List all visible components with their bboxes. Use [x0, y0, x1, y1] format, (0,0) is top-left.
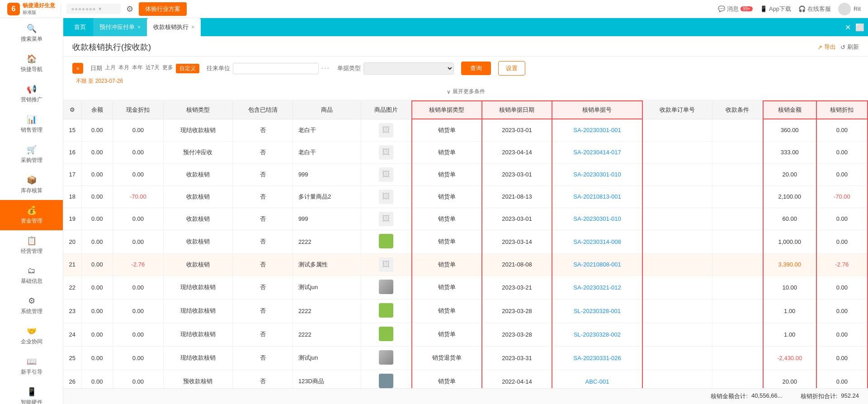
cell-receipt-terms: [712, 230, 763, 253]
col-goods-img: 商品图片: [361, 101, 411, 119]
cell-receipt-terms: [712, 299, 763, 323]
table-row: 25 0.00 0.00 现结收款核销 否 测试jun 销货退货单 2023-0…: [63, 346, 868, 370]
filter-toggle-btn[interactable]: »: [72, 63, 83, 74]
cell-goods-img: [361, 299, 411, 323]
more-link[interactable]: 更多: [162, 64, 173, 73]
doc-no-link[interactable]: SA-20230321-012: [573, 284, 621, 291]
refresh-label: 刷新: [847, 43, 859, 51]
cell-cash-discount: 0.00: [113, 323, 164, 346]
doc-no-link[interactable]: ABC-001: [585, 378, 609, 385]
counterpart-dots[interactable]: ···: [321, 64, 330, 72]
sidebar-item-system[interactable]: ⚙ 系统管理: [0, 290, 63, 321]
this-year-link[interactable]: 本年: [132, 64, 143, 73]
col-writeoff-type: 核销类型: [163, 101, 233, 119]
counterpart-input[interactable]: [233, 63, 319, 74]
cell-no: 16: [63, 141, 81, 163]
tab-bar: 首页 预付冲应付单 × 收款核销执行 × ✕ ⬜: [63, 18, 868, 36]
cell-goods: 999: [292, 208, 361, 230]
cell-no: 20: [63, 230, 81, 253]
cell-goods-img: [361, 323, 411, 346]
cell-doc-type: 销货退货单: [412, 346, 482, 370]
expand-more-btn[interactable]: ∨ 展开更多条件: [72, 88, 859, 95]
tab-collection[interactable]: 收款核销执行 ×: [147, 18, 201, 36]
receipt-type-select[interactable]: [363, 62, 454, 75]
system-icon: ⚙: [28, 296, 35, 306]
cell-include-cleared: 否: [233, 253, 293, 276]
cell-no: 24: [63, 323, 81, 346]
close-window-btn[interactable]: ✕: [845, 23, 851, 32]
online-service-item[interactable]: 🎧 在线客服: [798, 5, 831, 13]
col-receipt-order-no: 收款单订单号: [642, 101, 712, 119]
doc-no-link[interactable]: SA-20230301-010: [573, 215, 621, 222]
cell-goods-img: [361, 370, 411, 388]
sidebar-item-purchase[interactable]: 🛒 采购管理: [0, 139, 63, 170]
doc-no-link[interactable]: SA-20230414-017: [573, 149, 621, 156]
sidebar-item-basic[interactable]: 🗂 基础信息: [0, 261, 63, 290]
cell-cash-discount: -2.76: [113, 253, 164, 276]
cell-writeoff-type: 预付冲应收: [163, 141, 233, 163]
doc-no-link[interactable]: SA-20210813-001: [573, 193, 621, 200]
tab-collection-close[interactable]: ×: [191, 24, 194, 30]
cell-doc-type: 销货单: [412, 185, 482, 208]
cell-goods: 多计量商品2: [292, 185, 361, 208]
doc-no-link[interactable]: SA-20230301-001: [573, 127, 621, 133]
refresh-btn[interactable]: ↺ 刷新: [840, 43, 859, 51]
doc-no-link[interactable]: SA-20230301-010: [573, 171, 621, 178]
doc-no-link[interactable]: SA-20210808-001: [573, 261, 621, 268]
sidebar-item-marketing[interactable]: 📢 营销推广: [0, 79, 63, 109]
cell-writeoff-discount: 0.00: [816, 370, 868, 388]
doc-no-link[interactable]: SL-20230328-001: [574, 308, 621, 314]
last-month-link[interactable]: 上月: [105, 64, 116, 73]
cell-balance: 0.00: [81, 299, 113, 323]
sidebar-item-nav[interactable]: 🏠 快捷导航: [0, 48, 63, 79]
last7days-link[interactable]: 近7天: [146, 64, 160, 73]
cell-balance: 0.00: [81, 253, 113, 276]
page-header: 收款核销执行(按收款) ↗ 导出 ↺ 刷新: [63, 36, 868, 57]
doc-no-link[interactable]: SL-20230328-002: [574, 331, 621, 338]
doc-no-link[interactable]: SA-20230331-026: [573, 355, 621, 361]
sidebar-item-collab[interactable]: 🤝 企业协同: [0, 321, 63, 351]
sidebar-item-inventory[interactable]: 📦 库存核算: [0, 170, 63, 200]
sidebar-item-hardware[interactable]: 📱 智能硬件: [0, 381, 63, 404]
cell-receipt-order-no: [642, 253, 712, 276]
sales-icon: 📊: [27, 114, 37, 124]
custom-link[interactable]: 自定义: [176, 64, 199, 73]
export-btn[interactable]: ↗ 导出: [817, 43, 836, 51]
online-service-label: 在线客服: [807, 5, 831, 13]
settings-icon-btn[interactable]: ⚙: [126, 4, 133, 14]
this-month-link[interactable]: 本月: [118, 64, 129, 73]
cell-include-cleared: 否: [233, 276, 293, 299]
cell-doc-date: 2023-03-28: [482, 299, 552, 323]
tab-home[interactable]: 首页: [67, 18, 93, 36]
sidebar-item-guide[interactable]: 📖 新手引导: [0, 351, 63, 381]
sidebar-item-operations[interactable]: 📋 经营管理: [0, 230, 63, 261]
cell-doc-type: 销货单: [412, 370, 482, 388]
cell-doc-no: SL-20230328-002: [552, 323, 642, 346]
filter-counterpart-item: 往来单位 ···: [207, 63, 330, 74]
settings-btn[interactable]: 设置: [498, 61, 525, 76]
sidebar-item-sales[interactable]: 📊 销售管理: [0, 109, 63, 139]
notification-item[interactable]: 💬 消息 99+: [718, 5, 753, 13]
sidebar-item-search[interactable]: 🔍 搜索菜单: [0, 18, 63, 48]
sidebar-item-finance[interactable]: 💰 资金管理: [0, 200, 63, 230]
cell-writeoff-discount: -2.76: [816, 253, 868, 276]
cell-writeoff-amount: 1.00: [763, 299, 816, 323]
cell-receipt-terms: [712, 346, 763, 370]
maximize-btn[interactable]: ⬜: [855, 23, 864, 32]
doc-no-link[interactable]: SA-20230314-008: [573, 238, 621, 245]
footer-writeoff-discount: 核销折扣合计: 952.24: [801, 392, 859, 400]
col-settings[interactable]: ⚙: [63, 101, 81, 119]
industry-btn[interactable]: 体验行业方案: [139, 2, 187, 16]
app-download-item[interactable]: 📱 App下载: [760, 5, 791, 13]
query-btn[interactable]: 查询: [461, 62, 491, 75]
dropdown-icon[interactable]: ▾: [99, 5, 102, 12]
sidebar: 🔍 搜索菜单 🏠 快捷导航 📢 营销推广 📊 销售管理 🛒 采购管理 📦 库存核…: [0, 18, 63, 404]
cell-goods-img: 🖼: [361, 141, 411, 163]
footer-writeoff-discount-label: 核销折扣合计:: [801, 392, 838, 400]
inventory-icon: 📦: [27, 175, 37, 185]
cell-cash-discount: 0.00: [113, 299, 164, 323]
cell-doc-no: SA-20230301-010: [552, 163, 642, 185]
table-row: 23 0.00 0.00 现结收款核销 否 2222 销货单 2023-03-2…: [63, 299, 868, 323]
tab-advance-close[interactable]: ×: [137, 24, 141, 30]
tab-advance[interactable]: 预付冲应付单 ×: [93, 18, 147, 36]
